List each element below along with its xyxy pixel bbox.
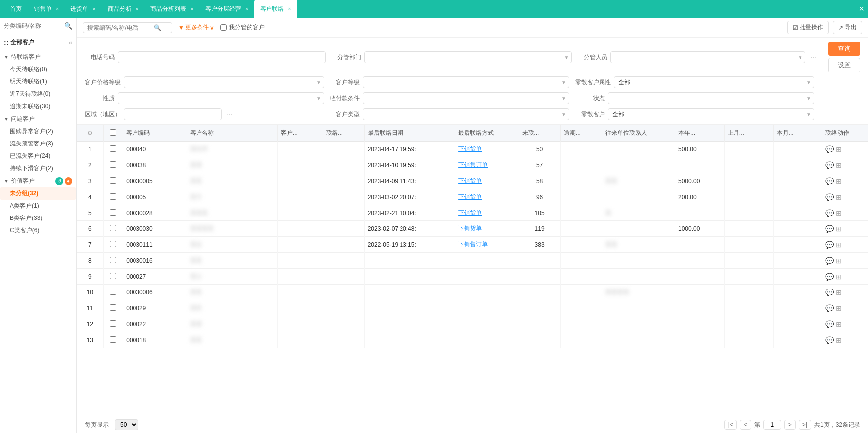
row-checkbox-cell[interactable] (103, 189, 123, 205)
last-method-cell[interactable]: 下销货单 (455, 173, 519, 189)
sidebar-item-overdue[interactable]: 逾期未联络(30) (0, 100, 76, 113)
more-action-icon[interactable]: ⊞ (836, 209, 842, 217)
tab-product-analysis[interactable]: 商品分析 × (102, 0, 144, 18)
reset-button[interactable]: 设置 (828, 58, 860, 72)
retail-attr-select[interactable]: 全部 (614, 76, 814, 88)
gear-icon[interactable]: ⚙ (87, 130, 93, 137)
method-link[interactable]: 下销货单 (458, 177, 482, 184)
row-checkbox[interactable] (110, 257, 116, 263)
last-method-cell[interactable] (455, 332, 519, 348)
row-checkbox[interactable] (110, 209, 116, 216)
th-customer-code[interactable]: 客户编码 (123, 125, 187, 142)
message-icon[interactable]: 💬 (825, 145, 834, 153)
first-page-button[interactable]: |< (724, 420, 737, 430)
sidebar-item-declining[interactable]: 持续下滑客户(2) (0, 162, 76, 175)
method-link[interactable]: 下销货单 (458, 225, 482, 232)
row-checkbox-cell[interactable] (103, 269, 123, 285)
close-icon[interactable]: × (135, 6, 138, 12)
search-icon[interactable]: 🔍 (154, 24, 161, 31)
more-action-icon[interactable]: ⊞ (836, 241, 842, 249)
tab-customer-segment[interactable]: 客户分层经营 × (200, 0, 254, 18)
batch-operation-button[interactable]: ☑ 批量操作 (787, 21, 829, 34)
row-checkbox-cell[interactable] (103, 253, 123, 269)
close-icon[interactable]: × (245, 6, 248, 12)
nature-select[interactable] (118, 92, 324, 104)
last-method-cell[interactable]: 下销售订单 (455, 157, 519, 173)
close-icon[interactable]: × (56, 6, 59, 12)
more-action-icon[interactable]: ⊞ (836, 320, 842, 328)
row-checkbox[interactable] (110, 161, 116, 168)
last-method-cell[interactable] (455, 300, 519, 316)
message-icon[interactable]: 💬 (825, 336, 834, 344)
customer-level-select[interactable] (363, 76, 569, 88)
method-link[interactable]: 下销货单 (458, 145, 482, 152)
row-checkbox-cell[interactable] (103, 300, 123, 316)
nav-close-button[interactable]: × (859, 4, 864, 14)
message-icon[interactable]: 💬 (825, 177, 834, 185)
sidebar-item-tomorrow[interactable]: 明天待联络(1) (0, 75, 76, 88)
tab-home[interactable]: 首页 (4, 0, 28, 18)
message-icon[interactable]: 💬 (825, 304, 834, 312)
row-checkbox[interactable] (110, 177, 116, 184)
close-icon[interactable]: × (288, 6, 291, 12)
region-more-button[interactable]: ··· (225, 110, 235, 118)
row-checkbox-cell[interactable] (103, 285, 123, 300)
sidebar-item-churn-warning[interactable]: 流失预警客户(3) (0, 138, 76, 150)
search-input[interactable] (87, 24, 152, 31)
more-action-icon[interactable]: ⊞ (836, 225, 842, 233)
row-checkbox[interactable] (110, 241, 116, 247)
department-select[interactable] (364, 51, 572, 63)
search-icon[interactable]: 🔍 (64, 22, 72, 30)
sidebar-item-ungroup[interactable]: 未分组(32) (0, 187, 76, 200)
more-action-icon[interactable]: ⊞ (836, 273, 842, 281)
group-value-customers[interactable]: ▼ 价值客户 ↺ ● (0, 175, 76, 187)
th-not-contact-days[interactable]: 未联... (519, 125, 561, 142)
method-link[interactable]: 下销售订单 (458, 161, 488, 168)
more-action-icon[interactable]: ⊞ (836, 161, 842, 169)
message-icon[interactable]: 💬 (825, 273, 834, 281)
message-icon[interactable]: 💬 (825, 320, 834, 328)
group-pending-contact[interactable]: ▼ 待联络客户 (0, 51, 76, 63)
more-action-icon[interactable]: ⊞ (836, 336, 842, 344)
phone-input[interactable] (118, 51, 326, 63)
row-checkbox-cell[interactable] (103, 316, 123, 332)
row-checkbox-cell[interactable] (103, 237, 123, 253)
tab-purchase[interactable]: 进货单 × (65, 0, 101, 18)
payment-select[interactable] (363, 92, 569, 104)
sidebar-item-class-b[interactable]: B类客户(33) (0, 212, 76, 224)
row-checkbox[interactable] (110, 289, 116, 295)
row-checkbox-cell[interactable] (103, 332, 123, 348)
my-customers-checkbox[interactable] (220, 24, 227, 31)
last-method-cell[interactable]: 下销售订单 (455, 237, 519, 253)
price-level-select[interactable] (124, 76, 324, 88)
export-button[interactable]: ↗ 导出 (833, 21, 862, 34)
row-checkbox[interactable] (110, 304, 116, 311)
region-input[interactable] (124, 108, 222, 120)
more-action-icon[interactable]: ⊞ (836, 145, 842, 153)
group-problem-customers[interactable]: ▼ 问题客户 (0, 113, 76, 125)
more-action-icon[interactable]: ⊞ (836, 304, 842, 312)
more-action-icon[interactable]: ⊞ (836, 193, 842, 201)
last-method-cell[interactable] (455, 285, 519, 300)
row-checkbox-cell[interactable] (103, 142, 123, 157)
last-method-cell[interactable] (455, 253, 519, 269)
my-customers-checkbox-label[interactable]: 我分管的客户 (220, 23, 265, 32)
method-link[interactable]: 下销售订单 (458, 241, 488, 248)
refresh-icon[interactable]: ↺ (55, 177, 63, 185)
manager-more-button[interactable]: ··· (808, 53, 818, 61)
sidebar-item-class-a[interactable]: A类客户(1) (0, 200, 76, 212)
row-checkbox-cell[interactable] (103, 173, 123, 189)
sidebar-item-abnormal[interactable]: 囤购异常客户(2) (0, 125, 76, 138)
retail-customer-select[interactable]: 全部 (608, 108, 814, 120)
row-checkbox[interactable] (110, 320, 116, 327)
row-checkbox[interactable] (110, 273, 116, 279)
last-method-cell[interactable]: 下销货单 (455, 142, 519, 157)
th-checkbox[interactable] (103, 125, 123, 142)
th-customer-name[interactable]: 客户名称 (187, 125, 277, 142)
row-checkbox[interactable] (110, 336, 116, 343)
last-method-cell[interactable] (455, 269, 519, 285)
last-method-cell[interactable]: 下销货单 (455, 189, 519, 205)
status-select[interactable] (608, 92, 814, 104)
tag-icon[interactable]: ● (65, 177, 72, 185)
row-checkbox[interactable] (110, 193, 116, 200)
